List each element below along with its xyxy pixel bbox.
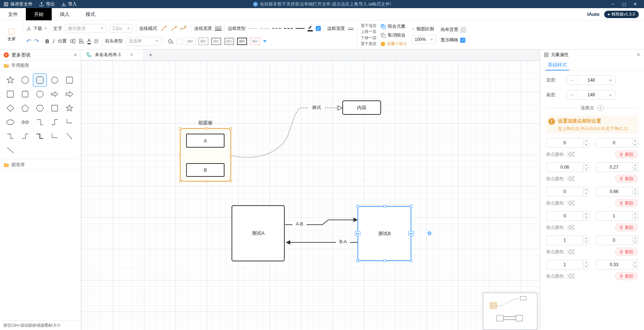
spinner-up-icon[interactable] <box>583 236 589 240</box>
spinner-up-icon[interactable] <box>633 236 638 240</box>
font-color-button[interactable]: A <box>88 38 91 44</box>
spinner-down-icon[interactable] <box>633 240 638 245</box>
spinner-down-icon[interactable] <box>583 143 589 148</box>
maximize-icon[interactable]: ▢ <box>619 0 629 8</box>
bring-forward-button[interactable]: 上移一层 <box>361 29 376 34</box>
text-style-preset[interactable]: abc <box>237 38 247 45</box>
point-x-input[interactable] <box>546 187 583 196</box>
close-icon[interactable]: ✕ <box>630 0 640 8</box>
height-decrement-button[interactable]: − <box>567 90 577 99</box>
spinner-up-icon[interactable] <box>583 138 589 143</box>
spinner-down-icon[interactable] <box>633 216 638 221</box>
spinner-up-icon[interactable] <box>583 187 589 192</box>
undo-icon[interactable]: ↶ <box>26 38 31 44</box>
shape-square-icon[interactable] <box>48 102 62 115</box>
resize-handle[interactable] <box>205 127 207 130</box>
resize-handle[interactable] <box>356 259 359 262</box>
send-backward-button[interactable]: 下移一层 <box>361 35 376 41</box>
shape-elbow-connector-icon[interactable] <box>48 130 62 143</box>
menu-file[interactable]: 文件 <box>0 8 26 20</box>
shape-double-arrow-icon[interactable] <box>18 116 32 129</box>
point-x-input[interactable] <box>546 236 583 245</box>
shape-rounded-square-icon[interactable] <box>62 73 76 87</box>
point-x-input[interactable] <box>546 260 583 269</box>
bold-button[interactable]: B <box>45 38 49 44</box>
text-style-preset[interactable]: abc <box>211 38 221 45</box>
spinner-up-icon[interactable] <box>633 163 638 167</box>
point-x-input[interactable] <box>546 211 583 221</box>
spinner-down-icon[interactable] <box>583 216 589 221</box>
point-color-swatch[interactable] <box>568 249 574 254</box>
line-width-icon[interactable] <box>215 26 222 31</box>
export-button[interactable]: 导出 <box>39 1 55 7</box>
delete-point-button[interactable]: 删除 <box>615 248 638 256</box>
node-test-a[interactable]: 测试A <box>232 205 285 261</box>
resize-handle[interactable] <box>410 259 412 262</box>
delete-point-button[interactable]: 删除 <box>615 272 638 280</box>
shape-star-icon[interactable] <box>62 102 76 115</box>
point-y-input[interactable] <box>596 236 633 245</box>
spinner-up-icon[interactable] <box>633 212 638 216</box>
border-width-icon[interactable] <box>348 27 354 30</box>
redo-icon[interactable]: ↷ <box>34 38 39 44</box>
font-size-select[interactable]: 12px <box>109 24 133 33</box>
import-button[interactable]: 导入 <box>61 1 77 7</box>
node-content[interactable]: 内容 <box>342 100 381 115</box>
panel-close-icon[interactable]: ✕ <box>637 52 640 57</box>
ungroup-button[interactable]: 取消组合 <box>381 32 407 38</box>
spinner-down-icon[interactable] <box>633 167 638 172</box>
point-x-input[interactable] <box>546 138 583 148</box>
floating-connection-dot[interactable] <box>428 231 431 235</box>
delete-point-button[interactable]: 删除 <box>615 150 638 158</box>
spinner-up-icon[interactable] <box>633 260 638 265</box>
connection-point-widget[interactable] <box>408 231 414 236</box>
italic-button[interactable]: / <box>52 38 55 44</box>
resize-handle[interactable] <box>230 127 232 130</box>
bring-to-front-button[interactable]: 置于顶层 <box>361 23 376 28</box>
canvas[interactable]: 组面板 A B 内容 测试 测试A 测试B <box>81 61 540 330</box>
node-a[interactable]: A <box>186 134 225 148</box>
node-b[interactable]: B <box>186 163 225 177</box>
shape-circle-icon[interactable] <box>33 87 47 101</box>
edge-dotted[interactable] <box>232 108 338 157</box>
resize-handle[interactable] <box>356 205 359 207</box>
connection-point-widget[interactable] <box>355 231 360 236</box>
menu-home[interactable]: 开始 <box>26 8 52 20</box>
spinner-down-icon[interactable] <box>583 192 589 196</box>
show-grid-checkbox[interactable]: ✓ <box>460 38 465 43</box>
shape-diamond-icon[interactable] <box>3 102 17 115</box>
arrow-type-select[interactable]: 请选择 <box>126 37 161 46</box>
shape-step-connector-icon[interactable] <box>33 130 47 143</box>
point-y-input[interactable] <box>596 211 633 221</box>
save-file-button[interactable]: 保存至文件 <box>4 1 32 7</box>
shape-ellipse-icon[interactable] <box>3 116 17 129</box>
point-color-swatch[interactable] <box>568 176 574 181</box>
spinner-down-icon[interactable] <box>633 192 638 196</box>
border-color-checkbox[interactable]: ✓ <box>316 26 321 31</box>
shape-elbow-connector-icon[interactable] <box>62 116 76 129</box>
resize-handle[interactable] <box>179 127 181 130</box>
shape-circle-icon[interactable] <box>18 73 32 87</box>
spinner-up-icon[interactable] <box>633 138 638 143</box>
spinner-down-icon[interactable] <box>583 240 589 245</box>
text-style-preset[interactable]: abc <box>198 38 208 45</box>
shape-square-icon[interactable] <box>3 87 17 101</box>
point-y-input[interactable] <box>596 138 633 148</box>
resize-handle[interactable] <box>230 180 232 182</box>
resize-handle[interactable] <box>179 180 181 182</box>
font-family-select[interactable]: 微软雅黑 <box>65 24 106 33</box>
minimap[interactable] <box>483 293 537 330</box>
delete-point-button[interactable]: 删除 <box>615 199 638 207</box>
fill-bucket-icon[interactable] <box>168 39 174 44</box>
fill-color-swatch[interactable] <box>177 38 182 44</box>
point-x-input[interactable] <box>546 162 583 172</box>
text-style-preset[interactable]: abc <box>185 38 195 45</box>
menu-insert[interactable]: 插入 <box>52 8 78 20</box>
fullscreen-button[interactable]: 全屏 <box>3 22 20 48</box>
justify-icon[interactable] <box>94 39 99 44</box>
edge-dotted-label[interactable]: 测试 <box>309 104 324 111</box>
shape-arrow-right-icon[interactable] <box>62 87 76 101</box>
orthogonal-connector-icon[interactable] <box>180 25 188 32</box>
section-common-shapes[interactable]: 常用图形 <box>0 61 81 71</box>
shape-elbow-connector-icon[interactable] <box>48 116 62 129</box>
